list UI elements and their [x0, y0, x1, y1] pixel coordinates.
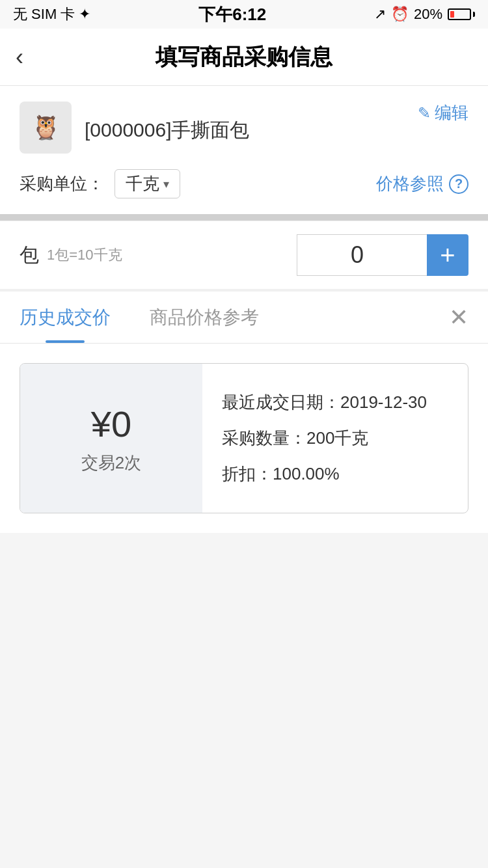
battery-percent: 20%	[414, 6, 442, 23]
alarm-icon: ⏰	[391, 6, 409, 23]
no-sim-text: 无 SIM 卡 ✦	[13, 5, 90, 24]
battery-icon	[448, 8, 475, 20]
status-bar: 无 SIM 卡 ✦ 下午6:12 ↗ ⏰ 20%	[0, 0, 488, 29]
history-details-column: 最近成交日期：2019-12-30 采购数量：200千克 折扣：100.00%	[202, 364, 468, 513]
status-left: 无 SIM 卡 ✦	[13, 5, 90, 24]
discount-value: 100.00%	[273, 464, 340, 483]
history-price-value: ¥0	[91, 403, 131, 445]
price-symbol: ¥	[91, 403, 111, 444]
purchase-qty-row: 采购数量：200千克	[222, 426, 448, 451]
quantity-conversion: 1包=10千克	[47, 245, 122, 265]
recent-date-row: 最近成交日期：2019-12-30	[222, 390, 448, 415]
tab-active-underline	[46, 340, 85, 343]
unit-value: 千克	[126, 172, 159, 195]
price-reference-button[interactable]: 价格参照 ?	[376, 172, 468, 195]
status-right: ↗ ⏰ 20%	[374, 6, 475, 23]
history-price-column: ¥0 交易2次	[20, 364, 202, 513]
product-card: 🦉 [0000006]手撕面包 ✎ 编辑 采购单位： 千克 ▾ 价格参照 ?	[0, 86, 488, 214]
tab-product-reference[interactable]: 商品价格参考	[150, 292, 259, 343]
page-title: 填写商品采购信息	[156, 42, 332, 72]
edit-label: 编辑	[435, 102, 468, 124]
product-name: [0000006]手撕面包	[85, 117, 249, 144]
quantity-plus-button[interactable]: +	[427, 234, 468, 276]
back-button[interactable]: ‹	[16, 44, 23, 71]
quantity-row: 包 1包=10千克 +	[0, 221, 488, 289]
quantity-unit: 包	[20, 242, 39, 269]
tab-close-button[interactable]: ✕	[449, 304, 468, 331]
product-image: 🦉	[20, 102, 72, 154]
nav-bar: ‹ 填写商品采购信息	[0, 29, 488, 86]
quantity-label: 采购数量：	[222, 428, 306, 448]
quantity-input[interactable]	[297, 234, 427, 276]
tab-history-label: 历史成交价	[20, 305, 111, 330]
discount-label: 折扣：	[222, 464, 273, 483]
recent-date-value: 2019-12-30	[340, 392, 427, 412]
unit-select[interactable]: 千克 ▾	[115, 169, 180, 198]
tab-bar: 历史成交价 商品价格参考 ✕	[0, 292, 488, 344]
discount-row: 折扣：100.00%	[222, 461, 448, 487]
product-unit-row: 采购单位： 千克 ▾ 价格参照 ?	[20, 169, 468, 198]
status-time: 下午6:12	[198, 3, 266, 26]
recent-date-label: 最近成交日期：	[222, 392, 340, 412]
edit-icon: ✎	[418, 104, 431, 122]
unit-label: 采购单位：	[20, 174, 104, 193]
product-info: 🦉 [0000006]手撕面包	[20, 102, 249, 154]
quantity-input-area: +	[297, 234, 468, 276]
scroll-indicator	[0, 214, 488, 221]
unit-dropdown-arrow: ▾	[163, 177, 169, 191]
edit-button[interactable]: ✎ 编辑	[418, 102, 468, 124]
quantity-label-area: 包 1包=10千克	[20, 242, 122, 269]
unit-selector-group: 采购单位： 千克 ▾	[20, 169, 180, 198]
tab-reference-label: 商品价格参考	[150, 305, 259, 330]
product-logo-icon: 🦉	[31, 114, 61, 141]
price-number: 0	[111, 403, 131, 444]
product-header: 🦉 [0000006]手撕面包 ✎ 编辑	[20, 102, 468, 154]
quantity-val: 200千克	[306, 428, 368, 448]
price-ref-label: 价格参照	[376, 172, 444, 195]
location-icon: ↗	[374, 6, 386, 23]
help-icon: ?	[449, 174, 468, 194]
tab-items: 历史成交价 商品价格参考	[20, 292, 259, 343]
history-content: ¥0 交易2次 最近成交日期：2019-12-30 采购数量：200千克 折扣：…	[0, 344, 488, 533]
bottom-panel: 历史成交价 商品价格参考 ✕ ¥0 交易2次 最近成交日期：2019-12-30	[0, 289, 488, 533]
history-card: ¥0 交易2次 最近成交日期：2019-12-30 采购数量：200千克 折扣：…	[20, 363, 468, 513]
tab-history-price[interactable]: 历史成交价	[20, 292, 111, 343]
history-trade-count: 交易2次	[81, 452, 141, 474]
